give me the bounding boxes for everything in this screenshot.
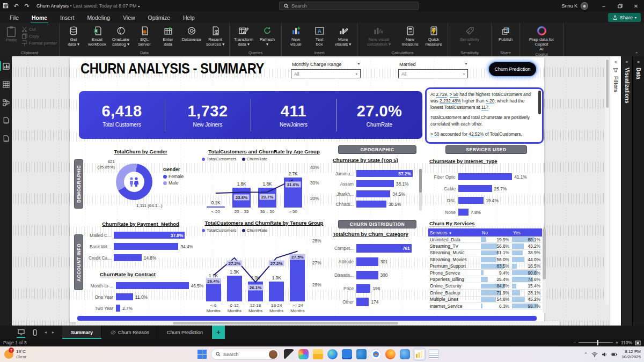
bar-row[interactable]: Jammu...57.2% [332, 170, 415, 177]
combo-plot[interactable]: 1.1K< 6Months1.3K6-12Months1.0K12-18Mont… [203, 236, 308, 321]
bar-row[interactable]: Fiber Optic41.1% [428, 173, 530, 180]
page-tab-churn-reason[interactable]: Churn Reason [102, 326, 158, 339]
bar-row[interactable]: Other174 [332, 298, 414, 306]
scrollbar[interactable] [419, 169, 422, 211]
menu-view[interactable]: View [116, 13, 142, 23]
get-data-button[interactable]: Getdata ▾ [62, 25, 85, 47]
volume-icon[interactable] [602, 352, 608, 357]
bar-row[interactable]: Two Year2.7% [85, 305, 191, 312]
menu-optimize[interactable]: Optimize [142, 13, 177, 23]
next-page-icon[interactable]: ▸ [49, 330, 57, 335]
bar[interactable] [458, 173, 512, 180]
share-button[interactable]: Share▾ [608, 13, 641, 22]
battery-icon[interactable] [611, 352, 618, 357]
menu-file[interactable]: File [3, 13, 25, 23]
bar-row[interactable]: Cable25.7% [428, 185, 530, 192]
bar[interactable] [356, 271, 378, 279]
visual-churn-by-internet-type[interactable]: ChurnRate by Internet_Type Fiber Optic41… [428, 158, 544, 217]
bar-row[interactable]: Chhatti...30.5% [332, 201, 415, 208]
model-view-icon[interactable] [0, 97, 12, 108]
zoom-out-icon[interactable]: – [573, 340, 576, 345]
publish-button[interactable]: Publish [494, 25, 517, 42]
bar[interactable]: 57.2% [356, 170, 413, 177]
excel-workbook-button[interactable]: XExcelworkbook [85, 25, 109, 47]
table-row[interactable]: Online_Backup71.9%28.1% [428, 290, 542, 296]
bar[interactable] [116, 293, 133, 300]
menu-insert[interactable]: Insert [54, 13, 80, 23]
prev-page-icon[interactable]: ◂ [42, 330, 49, 335]
new-measure-button[interactable]: Newmeasure [398, 25, 422, 47]
quick-measure-button[interactable]: Quickmeasure [422, 25, 445, 47]
zoom-slider[interactable] [579, 342, 613, 343]
chrome-icon[interactable] [371, 349, 381, 359]
slicer-dropdown[interactable]: All▾ [398, 69, 468, 78]
desktop-layout-icon[interactable] [14, 326, 28, 339]
menu-modeling[interactable]: Modeling [80, 13, 116, 23]
table-row[interactable]: Paperless_Billing25.4%74.6% [428, 276, 542, 283]
column-bar[interactable] [207, 206, 225, 208]
onelake-catalog-button[interactable]: OneLakecatalog ▾ [109, 25, 133, 47]
table-row[interactable]: Streaming_Movies56.0%44.0% [428, 256, 542, 263]
table-row[interactable]: Unlimited_Data19.9%80.1% [428, 237, 542, 243]
column-header-yes[interactable]: Yes [511, 228, 542, 237]
tray-expand-icon[interactable]: ⌃ [584, 352, 588, 357]
column-bar[interactable] [227, 276, 242, 301]
redo-icon[interactable]: ↷ [21, 3, 32, 10]
bar[interactable] [116, 305, 120, 312]
new-page-button[interactable]: + [212, 326, 225, 339]
taskbar-search[interactable]: Search [211, 349, 280, 360]
sql-server-button[interactable]: SQLServer [133, 25, 156, 47]
slicer-monthly-charge-range[interactable]: Monthly Charge Range▾ All▾ [291, 61, 361, 78]
recent-sources-button[interactable]: Recentsources ▾ [203, 25, 227, 47]
chevron-down-icon[interactable]: ▾ [358, 62, 360, 67]
bar[interactable] [458, 185, 492, 192]
visualizations-pane-collapsed[interactable]: «Visualizations [621, 56, 632, 326]
transform-data-button[interactable]: Transformdata ▾ [232, 25, 255, 47]
collapse-ribbon-icon[interactable]: ⌃ [634, 51, 639, 361]
canvas-vertical-scrollbar[interactable] [605, 58, 609, 305]
bar[interactable]: 37.8% [114, 232, 185, 239]
table-scrollbar[interactable] [543, 228, 546, 313]
column-header-services[interactable]: Services ▼ [428, 230, 480, 235]
bar-row[interactable]: Credit Ca...14.8% [85, 254, 189, 261]
search-input[interactable]: Search [279, 2, 419, 10]
bar[interactable] [114, 243, 178, 250]
bar[interactable] [116, 282, 189, 289]
column-bar[interactable] [269, 282, 284, 301]
power-bi-icon[interactable] [414, 349, 425, 359]
bar-row[interactable]: Jharkh...34.5% [332, 190, 415, 197]
new-visual-button[interactable]: Newvisual [284, 25, 308, 47]
minimize-button[interactable]: – [596, 0, 612, 12]
prep-data-for-copilot-ai-button[interactable]: Prep data for CopilotAI [522, 25, 561, 52]
bar-row[interactable]: Assam38.1% [332, 180, 415, 187]
bar[interactable] [356, 180, 394, 187]
weather-widget[interactable]: 7 19°CClear [4, 349, 26, 359]
tmdl-view-icon[interactable]: TMDL [0, 134, 12, 144]
edge-icon[interactable] [327, 349, 338, 359]
bar-row[interactable]: Compet...761 [332, 244, 414, 253]
save-icon[interactable] [0, 3, 11, 10]
page-tab-summary[interactable]: Summary [62, 326, 102, 339]
gender-donut[interactable] [116, 164, 152, 200]
bar-row[interactable]: Attitude301 [332, 257, 414, 266]
visual-age-group-combo[interactable]: TotalCustomers and ChurnRate by Age Grou… [199, 147, 330, 218]
narrative-scrollbar[interactable] [538, 91, 541, 114]
filters-pane-collapsed[interactable]: « Filters [610, 56, 621, 326]
dataverse-button[interactable]: Dataverse [180, 25, 203, 42]
m365-icon[interactable] [298, 349, 309, 359]
table-row[interactable]: Internet_Service6.3%93.7% [428, 303, 542, 309]
bar[interactable] [356, 257, 378, 266]
more-visuals-button[interactable]: Morevisuals ▾ [331, 25, 355, 47]
bar-row[interactable]: Month-to-...46.5% [85, 282, 191, 289]
user-avatar-icon[interactable]: ☻ [581, 2, 588, 10]
bar-row[interactable]: Mailed C...37.8% [85, 232, 189, 239]
firefox-icon[interactable] [385, 349, 396, 359]
services-table[interactable]: Services ▼NoYesUnlimited_Data19.9%80.1%S… [428, 228, 542, 321]
bar[interactable] [356, 298, 369, 306]
churn-prediction-button[interactable]: Churn Prediction [489, 62, 536, 76]
canvas-horizontal-scrollbar[interactable] [76, 321, 559, 325]
undo-icon[interactable]: ↶ [11, 3, 21, 10]
visual-churn-by-category[interactable]: TotalChurn by Churn_Category Compet...76… [332, 231, 422, 320]
visual-tenure-group-combo[interactable]: TotalCustomers and ChurnRate by Tenure G… [199, 219, 330, 322]
table-row[interactable]: Streaming_TV56.8%43.2% [428, 243, 542, 249]
